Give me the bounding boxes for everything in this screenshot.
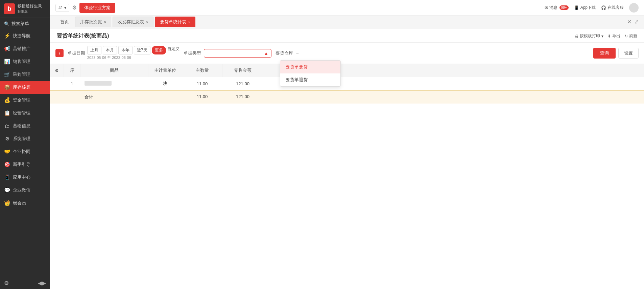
print-chevron: ▾ [601,34,603,39]
query-button[interactable]: 查询 [593,48,616,59]
footer-empty-num [64,94,80,100]
settings-button[interactable]: 设置 [618,48,639,59]
tab-collect[interactable]: 收发存汇总表 × [113,17,153,27]
export-label: 导出 [612,33,620,39]
custom-btn[interactable]: 自定义 [167,46,180,54]
tab-home[interactable]: 首页 [55,17,74,27]
sidebar-item-inventory[interactable]: 📦 库存核算 [0,81,50,94]
enterprise-icon: 🤝 [4,149,10,155]
page-header: 要货单统计表(按商品) 🖨 按模板打印 ▾ ⬇ 导出 ↻ 刷新 [50,28,644,43]
col-settings: ⚙ [50,64,64,77]
refresh-action[interactable]: ↻ 刷新 [624,33,637,39]
date-col: 上月 本月 本年 近7天 更多 自定义 2023-05-06 至 2023-06… [87,46,180,60]
row-amount: 121.00 [222,77,263,90]
store-name: 41 [58,5,63,10]
app-download-action[interactable]: 📱 App下载 [574,5,596,10]
brand-name: 畅捷通好生意 [18,4,42,9]
sidebar-item-quick-nav[interactable]: ⚡ 快捷导航 [0,29,50,42]
dropdown-order-label: 要货单要货 [286,64,308,69]
tab-close-all-icon[interactable]: ✕ [627,19,631,25]
tab-maximize-icon[interactable]: ⤢ [634,19,639,25]
dropdown-item-return[interactable]: 要货单退货 [280,73,340,86]
tab-order-stat-label: 要货单统计表 [160,19,186,25]
sidebar-item-label: 新手引导 [13,161,30,168]
tab-collect-close[interactable]: × [146,20,148,24]
tab-order-stat[interactable]: 要货单统计表 × [155,17,195,27]
export-action[interactable]: ⬇ 导出 [607,33,620,39]
sidebar-item-label: 资金管理 [13,97,30,103]
topbar-right: ✉ 消息 99+ 📱 App下载 🎧 在线客服 [545,3,639,13]
topbar-settings-icon[interactable]: ⚙ [72,4,77,11]
filter-toggle-btn[interactable]: › [55,49,64,57]
sidebar-item-label: 企业微信 [13,187,30,193]
marketing-icon: 📢 [4,46,10,52]
message-action[interactable]: ✉ 消息 99+ [545,5,569,10]
sidebar-item-operations[interactable]: 📋 经营管理 [0,107,50,119]
user-avatar[interactable] [629,3,639,13]
sidebar-item-finance[interactable]: 💰 资金管理 [0,94,50,107]
dropdown-item-order[interactable]: 要货单要货 [280,61,340,73]
footer-label: 合计 [80,94,148,100]
store-selector[interactable]: 41 ▾ [55,4,69,12]
this-month-btn[interactable]: 本月 [103,46,117,54]
type-input-wrap[interactable]: ▲ [204,49,271,58]
warehouse-dots[interactable]: ··· [296,51,300,56]
trial-button[interactable]: 体验行业方案 [79,3,115,13]
tab-order-stat-close[interactable]: × [188,20,190,24]
table-row: 1 块 11.00 121.00 [50,77,644,90]
sidebar-item-apps[interactable]: 📱 应用中心 [0,171,50,184]
page-title: 要货单统计表(按商品) [57,32,109,40]
sidebar-item-guide[interactable]: 🎯 新手引导 [0,158,50,171]
prev-month-btn[interactable]: 上月 [87,46,101,54]
col-num: 序 [64,64,80,77]
tab-batch-label: 库存批次账 [80,19,102,25]
date-buttons: 上月 本月 本年 近7天 更多 自定义 [87,46,180,54]
store-chevron-icon: ▾ [64,5,66,10]
sidebar-item-label: 畅会员 [13,200,26,206]
tab-batch-close[interactable]: × [104,20,106,24]
sidebar-logo: b 畅捷通好生意 标准版 [0,0,50,18]
date-label: 单据日期 [68,50,85,56]
print-action[interactable]: 🖨 按模板打印 ▾ [574,33,603,39]
basic-icon: 🗂 [4,123,10,129]
sidebar-item-enterprise[interactable]: 🤝 企业协同 [0,145,50,158]
sidebar-item-label: 系统管理 [13,136,30,142]
search-icon: 🔍 [4,21,9,26]
service-label: 在线客服 [607,5,624,10]
tabs-bar: 首页 库存批次账 × 收发存汇总表 × 要货单统计表 × ✕ ⤢ [50,16,644,28]
col-product: 商品 [80,64,148,77]
sidebar-item-basic[interactable]: 🗂 基础信息 [0,119,50,132]
tab-batch[interactable]: 库存批次账 × [75,17,111,27]
sidebar-item-system[interactable]: ⚙ 系统管理 [0,132,50,145]
message-icon: ✉ [545,5,548,10]
sidebar-item-wechat[interactable]: 💬 企业微信 [0,184,50,197]
topbar-left: 41 ▾ ⚙ 体验行业方案 [55,3,541,13]
sidebar-item-members[interactable]: 👑 畅会员 [0,197,50,209]
sidebar-item-purchase[interactable]: 🛒 采购管理 [0,68,50,81]
sidebar-footer: ⚙ ◀▶ [0,277,50,289]
more-btn[interactable]: 更多 [152,46,166,54]
logo-icon: b [4,3,15,14]
sidebar-item-marketing[interactable]: 📢 营销推广 [0,42,50,55]
online-service-action[interactable]: 🎧 在线客服 [601,5,624,10]
footer-amount: 121.00 [222,94,263,100]
app-download-label: App下载 [580,5,596,10]
this-year-btn[interactable]: 本年 [118,46,133,54]
settings-footer-icon[interactable]: ⚙ [4,280,9,286]
tab-home-label: 首页 [60,19,69,25]
service-icon: 🎧 [601,5,606,10]
table-footer: 合计 11.00 121.00 [50,90,644,104]
col-qty: 主数量 [182,64,222,77]
sidebar-nav: ⚡ 快捷导航 📢 营销推广 📊 销售管理 🛒 采购管理 📦 库存核算 💰 资金管… [0,29,50,277]
collapse-icon[interactable]: ◀▶ [38,280,46,286]
last-7-days-btn[interactable]: 近7天 [134,46,150,54]
search-menu[interactable]: 🔍 搜索菜单 [0,18,50,29]
main-area: 41 ▾ ⚙ 体验行业方案 ✉ 消息 99+ 📱 App下载 🎧 在线客服 [50,0,644,289]
sidebar-item-label: 采购管理 [13,71,30,77]
footer-qty: 11.00 [182,94,222,100]
filter-bar: › 单据日期 上月 本月 本年 近7天 更多 自定义 2023-05-06 至 … [50,43,644,64]
wechat-icon: 💬 [4,187,10,193]
row-num: 1 [64,77,80,90]
sidebar-item-sales[interactable]: 📊 销售管理 [0,55,50,68]
filter-actions: 查询 设置 [593,48,639,59]
